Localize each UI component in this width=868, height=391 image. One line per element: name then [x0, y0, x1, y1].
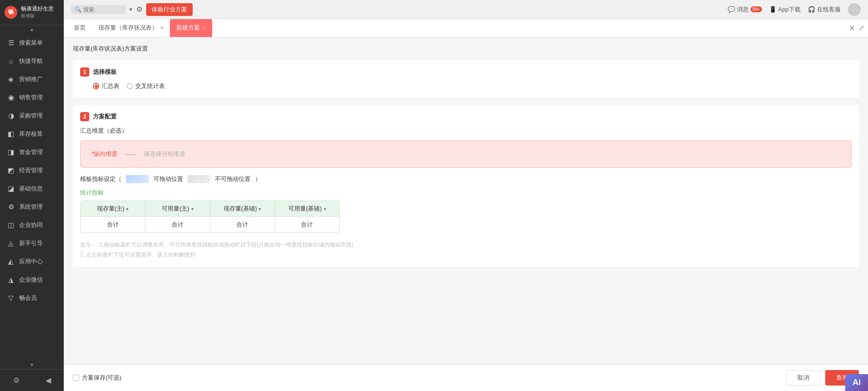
- sidebar-item-system[interactable]: ⚙ 系统管理: [0, 198, 64, 216]
- stats-header-col-2[interactable]: 现存量(基辅) ▾: [210, 201, 275, 216]
- sidebar-item-purchase[interactable]: ◑ 采购管理: [0, 107, 64, 125]
- sidebar: 畅 畅康通好生意 标准版 ▲ ☰ 搜索菜单 ⌂ 快捷导航 ◈ 营销推广 ◉ 销售…: [0, 0, 64, 391]
- stats-col-1-label: 可用量(主): [162, 205, 189, 213]
- metrics-setting-label: 模板指标设定（: [80, 175, 122, 183]
- app-download-label: App下载: [778, 5, 801, 14]
- content-area: 现存量(库存状况表)方案设置 1 选择模板 汇总表 交叉统计表 2: [64, 37, 868, 364]
- sidebar-item-marketing[interactable]: ◈ 营销推广: [0, 70, 64, 88]
- sidebar-scroll-down[interactable]: ▼: [0, 360, 64, 369]
- search-input[interactable]: [83, 6, 120, 13]
- sidebar-item-sales[interactable]: ◉ 销售管理: [0, 88, 64, 107]
- stats-cell-0-0: 合计: [81, 216, 145, 232]
- messages-badge: 99+: [751, 6, 762, 12]
- step1-title: 选择模板: [93, 68, 117, 76]
- tip-title: 提示： 1.拖动标题栏可以调整布局，不可跨维度或指标区域拖动栏目字段(只能在同一…: [80, 240, 852, 250]
- window-expand-button[interactable]: ⤢: [858, 24, 864, 32]
- metrics-setting-row: 模板指标设定（ 可拖动位置 不可拖动位置 ）: [80, 175, 852, 183]
- sidebar-item-operations[interactable]: ◩ 经营管理: [0, 161, 64, 180]
- dimension-dash: ——: [125, 151, 137, 158]
- finance-icon: ◨: [6, 148, 15, 157]
- wechat-icon: ◮: [6, 275, 15, 284]
- step1-section: 1 选择模板 汇总表 交叉统计表: [73, 60, 859, 98]
- sidebar-item-label: 营销推广: [19, 75, 43, 83]
- user-avatar[interactable]: [848, 3, 861, 16]
- save-scheme-label: 方案保存(可选): [82, 374, 122, 382]
- sidebar-item-new-guide[interactable]: ◬ 新手引导: [0, 234, 64, 252]
- sidebar-item-wechat[interactable]: ◮ 企业微信: [0, 271, 64, 289]
- stats-col-2-chevron[interactable]: ▾: [259, 206, 261, 211]
- settings-button[interactable]: ⚙: [10, 373, 22, 387]
- quick-nav-icon: ⌂: [6, 57, 15, 66]
- tab-inventory[interactable]: 现存量（库存状况表） ×: [92, 19, 170, 37]
- stats-col-3-label: 可用量(基辅): [288, 205, 322, 213]
- search-icon: 🔍: [75, 6, 82, 13]
- stats-col-3-chevron[interactable]: ▾: [324, 206, 326, 211]
- sidebar-bottom: ⚙ ◀: [0, 369, 64, 391]
- inventory-icon: ◧: [6, 129, 15, 139]
- draggable-indicator: [126, 175, 149, 183]
- radio-cross[interactable]: 交叉统计表: [127, 82, 165, 90]
- stats-col-1-chevron[interactable]: ▾: [191, 206, 194, 211]
- sidebar-item-basic-info[interactable]: ◪ 基础信息: [0, 180, 64, 198]
- cancel-button[interactable]: 取消: [786, 370, 821, 386]
- sidebar-item-finance[interactable]: ◨ 资金管理: [0, 143, 64, 161]
- operations-icon: ◩: [6, 166, 15, 175]
- step2-number: 2: [80, 112, 89, 121]
- stats-col-0-chevron[interactable]: ▾: [126, 206, 128, 211]
- stats-table-header: 现存量(主) ▾ 可用量(主) ▾ 现存量(基辅) ▾ 可用量(基辅) ▾: [81, 201, 339, 216]
- topbar: 🔍 ▾ ⚙ 体验行业方案 💬 消息 99+ 📱 App下载 🎧 在线客服: [64, 0, 868, 19]
- sidebar-item-vip[interactable]: ▽ 畅会员: [0, 289, 64, 307]
- topbar-gear-icon[interactable]: ⚙: [136, 5, 143, 14]
- tab-inventory-close-icon[interactable]: ×: [160, 25, 163, 31]
- tab-new-scheme[interactable]: 新建方案 ×: [170, 19, 212, 37]
- topbar-dropdown[interactable]: ▾: [129, 6, 133, 13]
- topbar-right: 💬 消息 99+ 📱 App下载 🎧 在线客服: [728, 3, 861, 16]
- sidebar-scroll-up[interactable]: ▲: [0, 25, 64, 34]
- stats-section-title: 统计指标: [80, 189, 852, 197]
- customer-service-button[interactable]: 🎧 在线客服: [808, 5, 841, 14]
- tab-home[interactable]: 首页: [67, 19, 92, 37]
- save-scheme-checkbox[interactable]: [73, 375, 79, 381]
- trial-industry-button[interactable]: 体验行业方案: [146, 3, 193, 16]
- stats-cell-0-3: 合计: [275, 216, 339, 232]
- sidebar-nav: ☰ 搜索菜单 ⌂ 快捷导航 ◈ 营销推广 ◉ 销售管理 ◑ 采购管理 ◧ 库存核…: [0, 34, 64, 360]
- radio-summary[interactable]: 汇总表: [93, 82, 119, 90]
- app-download-button[interactable]: 📱 App下载: [769, 5, 801, 14]
- tabs-window-controls: ✕ ⤢: [849, 24, 864, 32]
- stats-header-col-0[interactable]: 现存量(主) ▾: [81, 201, 145, 216]
- customer-service-label: 在线客服: [817, 5, 841, 14]
- sidebar-item-search-menu[interactable]: ☰ 搜索菜单: [0, 34, 64, 52]
- sidebar-item-label: 畅会员: [19, 294, 37, 302]
- vertical-dimension-label: *纵向维度: [92, 150, 117, 158]
- app-center-icon: ◭: [6, 257, 15, 266]
- messages-button[interactable]: 💬 消息 99+: [728, 5, 762, 14]
- sidebar-item-label: 应用中心: [19, 257, 43, 266]
- topbar-search-box[interactable]: 🔍: [71, 5, 126, 14]
- messages-label: 消息: [737, 5, 749, 14]
- tab-new-scheme-close-icon[interactable]: ×: [203, 25, 206, 31]
- tabs-bar: 首页 现存量（库存状况表） × 新建方案 × ✕ ⤢: [64, 19, 868, 37]
- dimension-row: *纵向维度 —— 请选择分组维度: [80, 140, 852, 168]
- collapse-sidebar-button[interactable]: ◀: [43, 373, 54, 387]
- sidebar-item-inventory[interactable]: ◧ 库存核算: [0, 125, 64, 143]
- sidebar-item-app-center[interactable]: ◭ 应用中心: [0, 252, 64, 271]
- metrics-setting-suffix: ）: [255, 175, 261, 183]
- ai-badge-text: Ai: [853, 378, 861, 387]
- tab-inventory-label: 现存量（库存状况表）: [98, 24, 158, 32]
- sidebar-item-label: 系统管理: [19, 203, 43, 211]
- ai-badge[interactable]: Ai: [845, 374, 868, 391]
- app-name: 畅康通好生意: [21, 5, 54, 13]
- draggable-label: 可拖动位置: [153, 175, 183, 183]
- tip-line-2: 2. 点击标题栏下拉可设置排序、插入列和删除列: [80, 250, 852, 260]
- sidebar-item-label: 资金管理: [19, 148, 43, 156]
- step1-header: 1 选择模板: [80, 67, 852, 77]
- sidebar-item-cooperation[interactable]: ◫ 企业协同: [0, 216, 64, 234]
- stats-header-col-3[interactable]: 可用量(基辅) ▾: [275, 201, 339, 216]
- window-close-button[interactable]: ✕: [849, 24, 855, 32]
- stats-table-row: 合计 合计 合计 合计: [81, 216, 339, 232]
- purchase-icon: ◑: [6, 111, 15, 120]
- stats-header-col-1[interactable]: 可用量(主) ▾: [145, 201, 210, 216]
- sidebar-item-label: 库存核算: [19, 130, 43, 138]
- non-draggable-label: 不可拖动位置: [215, 175, 250, 183]
- sidebar-item-quick-nav[interactable]: ⌂ 快捷导航: [0, 52, 64, 70]
